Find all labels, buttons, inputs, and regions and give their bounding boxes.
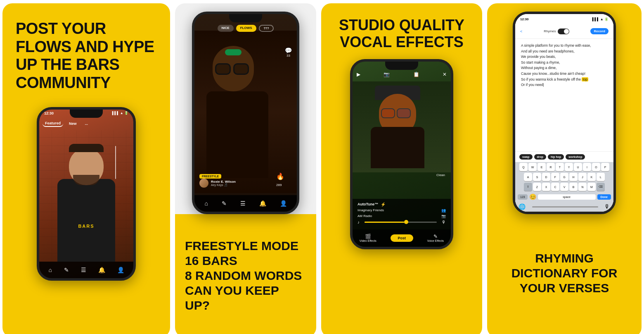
key-Q[interactable]: Q [519, 163, 528, 171]
edit-icon-2[interactable]: ✎ [222, 200, 227, 207]
play-icon-3[interactable]: ▶ [357, 72, 360, 77]
effects-panel: AutoTune™ ⚡ Imaginary Friends 👥 AM Radio… [353, 199, 451, 229]
key-B[interactable]: B [569, 183, 578, 191]
tab-nice[interactable]: NICE [218, 25, 234, 32]
keyboard-area: Q W E R T Y U I O P A S D F G [515, 162, 613, 212]
voice-effects-icon[interactable]: ✎ [427, 234, 444, 239]
camera-icon-3[interactable]: 📷 [384, 72, 390, 77]
kb-row-3: ⇧ Z X C V B N M ⌫ [515, 182, 613, 192]
bottom-actions-3: 🎬 Video Effects Post ✎ Voice Effects [353, 229, 451, 247]
key-O[interactable]: O [592, 163, 600, 171]
emoji-globe-icon[interactable]: 🌐 [519, 203, 526, 210]
panel-1: POST YOUR FLOWS AND HYPE UP THE BARS COM… [2, 3, 170, 334]
key-A[interactable]: A [524, 173, 532, 181]
video-effects-label: Video Effects [360, 239, 376, 242]
key-backspace[interactable]: ⌫ [597, 183, 605, 191]
post-button[interactable]: Post [391, 234, 414, 242]
key-done[interactable]: Done [597, 194, 611, 200]
user-icon-2[interactable]: 👤 [280, 200, 287, 207]
imaginary-friends-label: Imaginary Friends [358, 208, 384, 212]
key-C[interactable]: C [551, 183, 559, 191]
bell-icon-1[interactable]: 🔔 [98, 267, 105, 273]
chip-workshop[interactable]: workshop [566, 154, 585, 160]
voice-effects-label: Voice Effects [427, 239, 444, 242]
kb-row-1: Q W E R T Y U I O P [515, 162, 613, 172]
key-K[interactable]: K [587, 173, 596, 181]
key-S[interactable]: S [533, 173, 541, 181]
edit-icon-1[interactable]: ✎ [64, 267, 69, 273]
chip-drop[interactable]: drop [534, 154, 547, 160]
key-V[interactable]: V [560, 183, 568, 191]
home-icon-1[interactable]: ⌂ [48, 267, 52, 273]
rhymes-toggle: Rhymes [544, 29, 569, 34]
emoji-key[interactable]: 😊 [529, 193, 536, 200]
mic-keyboard-icon[interactable]: 🎙 [604, 203, 610, 210]
am-radio-row[interactable]: AM Radio 📷 [358, 214, 446, 218]
list-icon-2[interactable]: ☰ [240, 200, 246, 207]
kb-row-2: A S D F G H J K L [515, 172, 613, 182]
chip-hiphop[interactable]: hip hop [548, 154, 564, 160]
person-3-area [353, 81, 451, 172]
key-G[interactable]: G [560, 173, 568, 181]
autotune-row[interactable]: AutoTune™ ⚡ [358, 202, 446, 207]
close-icon-3[interactable]: ✕ [443, 72, 447, 77]
list-icon-1[interactable]: ☰ [81, 267, 86, 273]
key-W[interactable]: W [528, 163, 537, 171]
key-X[interactable]: X [542, 183, 550, 191]
key-L[interactable]: L [597, 173, 605, 181]
key-M[interactable]: M [587, 183, 596, 191]
tab-flows[interactable]: FLOWS [236, 25, 256, 32]
bottom-bar-1: ⌂ ✎ ☰ 🔔 👤 [39, 262, 133, 278]
lyrics-text: A simple platform for you to rhyme with … [521, 43, 608, 88]
key-P[interactable]: P [601, 163, 609, 171]
key-R[interactable]: R [547, 163, 555, 171]
video-effects-icon[interactable]: 🎬 [360, 234, 376, 239]
key-T[interactable]: T [556, 163, 564, 171]
key-shift[interactable]: ⇧ [524, 183, 532, 191]
panel-4-headline: RHYMINGDICTIONARY FORYOUR VERSES [511, 251, 618, 296]
key-123[interactable]: 123 [518, 194, 528, 200]
time-1: 12:30 [44, 111, 54, 115]
key-I[interactable]: I [583, 163, 591, 171]
home-icon-2[interactable]: ⌂ [204, 200, 208, 207]
key-Z[interactable]: Z [533, 183, 541, 191]
key-E[interactable]: E [537, 163, 546, 171]
radio-icon: 📷 [441, 214, 446, 218]
kb-emoji-row: 🌐 🎙 [515, 202, 613, 212]
key-U[interactable]: U [574, 163, 582, 171]
status-bar-1: 12:30 ▌▌▌ ▲ 🔋 [44, 111, 128, 115]
signal-icons-1: ▌▌▌ ▲ 🔋 [112, 111, 128, 115]
phone-mock-4: 12:30 ▌▌▌ ▲ 🔋 < Rhymes Record A simple p… [513, 12, 616, 214]
tab-featured[interactable]: Featured [43, 120, 63, 127]
key-D[interactable]: D [542, 173, 550, 181]
toggle-track-4[interactable] [558, 29, 569, 34]
chip-swap[interactable]: swap [519, 154, 533, 160]
time-4: 12:30 [520, 17, 528, 21]
bell-icon-2[interactable]: 🔔 [259, 200, 266, 207]
tab-more[interactable]: ... [83, 121, 91, 126]
key-H[interactable]: H [569, 173, 578, 181]
imaginary-friends-row[interactable]: Imaginary Friends 👥 [358, 208, 446, 212]
header-4: < Rhymes Record [515, 24, 613, 39]
tab-qqq[interactable]: ??? [259, 25, 274, 32]
comment-count: 💬 33 [285, 47, 292, 57]
user-icon-1[interactable]: 👤 [117, 267, 124, 273]
music-icon-3: ♪ [358, 220, 360, 224]
tab-new[interactable]: New [66, 121, 79, 126]
key-J[interactable]: J [578, 173, 587, 181]
clean-label: Clean [436, 173, 445, 177]
copy-icon-3[interactable]: 📋 [413, 72, 419, 77]
back-button-4[interactable]: < [520, 29, 522, 33]
record-button[interactable]: Record [590, 28, 608, 34]
key-F[interactable]: F [551, 173, 559, 181]
autotune-label: AutoTune™ [358, 202, 378, 206]
bars-text: BARS [78, 224, 94, 229]
avatar-2 [199, 179, 208, 188]
volume-slider[interactable] [365, 222, 437, 223]
friends-icon: 👥 [441, 208, 446, 212]
key-space[interactable]: space [538, 194, 596, 200]
panel-2-text: FREESTYLE MODE16 BARS8 RANDOM WORDSCAN Y… [175, 214, 316, 334]
bottom-bar-2: ⌂ ✎ ☰ 🔔 👤 [194, 195, 297, 212]
key-N[interactable]: N [578, 183, 587, 191]
key-Y[interactable]: Y [565, 163, 573, 171]
